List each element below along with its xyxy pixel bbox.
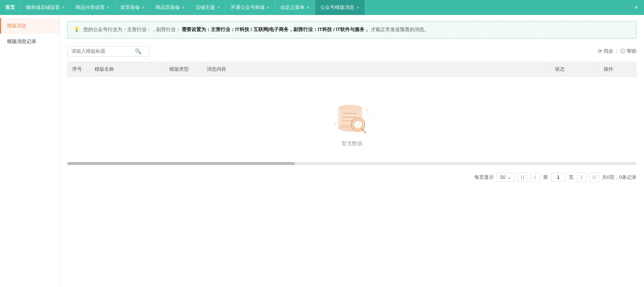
search-input[interactable] (71, 48, 135, 54)
horizontal-scrollbar[interactable] (67, 162, 637, 165)
content-area: 💡 您的公众号行业为：主营行业：，副营行业： 需要设置为：主营行业：IT科技 /… (60, 15, 644, 287)
nav-tab-template-msg[interactable]: 公众号模版消息 × (315, 0, 365, 15)
col-action: 操作 (599, 62, 637, 76)
top-navigation: 首页 微商城店铺设置 × 商品分类设置 × 首页装修 × 商品页装修 × 店铺主… (0, 0, 644, 15)
col-type: 模版类型 (165, 62, 202, 76)
nav-tab-product-page-decor-close[interactable]: × (182, 5, 185, 10)
search-bar: 🔍 ⟳ 同步 | ⓘ 帮助 (67, 46, 637, 57)
close-all-tabs-button[interactable]: × (629, 4, 644, 11)
nav-tab-shop-theme-close[interactable]: × (217, 5, 220, 10)
nav-tab-template-msg-close[interactable]: × (357, 5, 359, 10)
nav-tab-wechat-shop[interactable]: 微商城店铺设置 × (21, 0, 70, 15)
notice-suffix: 才能正常发送预置的消息。 (371, 27, 429, 32)
nav-tab-custom-menu-label: 自定义菜单 (280, 4, 305, 11)
nav-tab-product-category[interactable]: 商品分类设置 × (70, 0, 115, 15)
toolbar-right: ⟳ 同步 | ⓘ 帮助 (598, 48, 637, 55)
table-body: 暂无数据 (68, 76, 637, 162)
page-size-select[interactable]: 50 ⌄ (497, 173, 514, 181)
notice-icon: 💡 (74, 27, 80, 32)
sync-icon: ⟳ (598, 48, 602, 54)
empty-state-row: 暂无数据 (68, 76, 637, 162)
sidebar-item-template-msg-record-label: 模版消息记录 (7, 39, 36, 44)
notice-prefix: 您的公众号行业为：主营行业：，副营行业： (83, 27, 181, 32)
sidebar-item-template-msg-record[interactable]: 模版消息记录 (0, 34, 59, 49)
nav-tab-wechat-shop-label: 微商城店铺设置 (26, 4, 60, 11)
last-page-button[interactable]: ⟩⟩ (589, 172, 599, 182)
notice-highlight: 需要设置为：主营行业：IT科技 / 互联网|电子商务，副营行业：IT科技 / I… (182, 27, 369, 32)
nav-tab-product-page-decor-label: 商品页装修 (155, 4, 180, 11)
nav-tab-product-category-close[interactable]: × (107, 5, 110, 10)
nav-tab-product-page-decor[interactable]: 商品页装修 × (150, 0, 190, 15)
nav-tab-shop-theme[interactable]: 店铺主题 × (190, 0, 225, 15)
nav-tab-home-decor[interactable]: 首页装修 × (115, 0, 150, 15)
nav-tab-custom-menu[interactable]: 自定义菜单 × (275, 0, 315, 15)
page-size-label: 每页显示 (474, 174, 494, 181)
total-info: 共0页，0条记录 (602, 174, 637, 181)
main-layout: 模版消息 模版消息记录 💡 您的公众号行业为：主营行业：，副营行业： 需要设置为… (0, 15, 644, 287)
empty-illustration (330, 99, 375, 140)
page-size-dropdown-icon: ⌄ (507, 174, 511, 180)
current-page-input[interactable] (551, 173, 566, 181)
data-table: 序号 模版名称 模版类型 消息内容 状态 操作 (67, 62, 637, 162)
search-icon[interactable]: 🔍 (135, 48, 141, 54)
col-name: 模版名称 (90, 62, 165, 76)
nav-tab-shop-theme-label: 店铺主题 (195, 4, 215, 11)
sidebar-item-template-msg-label: 模版消息 (7, 23, 27, 28)
sync-button[interactable]: ⟳ 同步 (598, 48, 613, 55)
page-size-value: 50 (500, 174, 505, 180)
nav-tab-open-mall[interactable]: 开通公众号商城 × (225, 0, 275, 15)
scrollbar-thumb[interactable] (67, 162, 295, 165)
col-status: 状态 (551, 62, 599, 76)
next-page-button[interactable]: ⟩ (577, 172, 586, 182)
sidebar: 模版消息 模版消息记录 (0, 15, 60, 287)
pagination-bar: 每页显示 50 ⌄ ⟨⟨ ⟨ 第 页 ⟩ ⟩⟩ 共0页，0条记录 (67, 168, 637, 184)
help-icon: ⓘ (620, 48, 625, 55)
nav-tab-custom-menu-close[interactable]: × (307, 5, 309, 10)
svg-point-10 (366, 109, 368, 112)
nav-tab-home[interactable]: 首页 (0, 0, 21, 15)
svg-point-11 (369, 113, 371, 115)
nav-tab-wechat-shop-close[interactable]: × (62, 5, 65, 10)
nav-tab-open-mall-label: 开通公众号商城 (231, 4, 265, 11)
nav-tab-template-msg-label: 公众号模版消息 (320, 4, 354, 11)
sync-label: 同步 (604, 48, 613, 55)
prev-page-button[interactable]: ⟨ (530, 172, 540, 182)
empty-state: 暂无数据 (68, 77, 637, 162)
svg-point-9 (355, 121, 358, 124)
svg-point-12 (334, 122, 336, 125)
nav-tab-open-mall-close[interactable]: × (267, 5, 269, 10)
nav-tab-home-decor-label: 首页装修 (120, 4, 140, 11)
first-page-button[interactable]: ⟨⟨ (518, 172, 527, 182)
nav-tab-home-decor-close[interactable]: × (142, 5, 145, 10)
col-seq: 序号 (68, 62, 90, 76)
empty-text: 暂无数据 (342, 140, 363, 147)
di-word: 第 (543, 174, 548, 181)
search-input-wrap[interactable]: 🔍 (67, 46, 150, 57)
nav-tab-product-category-label: 商品分类设置 (76, 4, 105, 11)
help-label: 帮助 (627, 48, 637, 55)
notice-banner: 💡 您的公众号行业为：主营行业：，副营行业： 需要设置为：主营行业：IT科技 /… (67, 21, 637, 39)
page-word: 页 (569, 174, 574, 181)
help-button[interactable]: ⓘ 帮助 (620, 48, 637, 55)
table-header: 序号 模版名称 模版类型 消息内容 状态 操作 (68, 62, 637, 76)
nav-tab-home-label: 首页 (5, 4, 15, 11)
toolbar-divider: | (616, 48, 617, 54)
col-content: 消息内容 (202, 62, 551, 76)
sidebar-item-template-msg[interactable]: 模版消息 (0, 18, 59, 34)
